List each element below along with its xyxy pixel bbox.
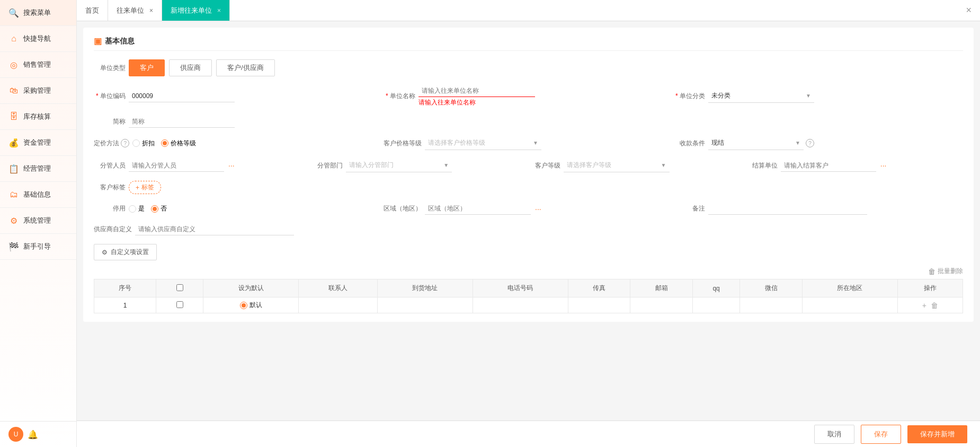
tab-new-contact[interactable]: 新增往来单位 × bbox=[162, 0, 230, 21]
manager-input[interactable] bbox=[129, 160, 224, 172]
supplier-custom-field: 供应商自定义 bbox=[94, 223, 963, 235]
cell-action: + 🗑 bbox=[897, 297, 963, 313]
unit-btn-both[interactable]: 客户/供应商 bbox=[216, 59, 275, 76]
region-more-btn[interactable]: ··· bbox=[533, 205, 544, 213]
unit-type-row: 单位类型 客户 供应商 客户/供应商 bbox=[94, 59, 963, 76]
unit-code-input[interactable] bbox=[129, 90, 235, 102]
customer-price-level-field: 客户价格等级 请选择客户价格等级 ▼ bbox=[384, 136, 673, 150]
col-checkbox bbox=[156, 279, 203, 297]
settlement-more-btn[interactable]: ··· bbox=[878, 161, 889, 170]
action-icons: + 🗑 bbox=[902, 301, 958, 310]
payment-terms-select[interactable]: 现结 ▼ bbox=[708, 136, 804, 150]
disabled-radio-group: 是 否 bbox=[129, 204, 167, 213]
notification-icon[interactable]: 🔔 bbox=[28, 430, 38, 440]
col-action: 操作 bbox=[897, 279, 963, 297]
customer-level-select[interactable]: 请选择客户等级 ▼ bbox=[564, 159, 670, 172]
price-level-chevron-icon: ▼ bbox=[533, 140, 538, 146]
discount-radio-circle bbox=[132, 139, 140, 147]
bulk-delete-label[interactable]: 批量删除 bbox=[938, 267, 963, 276]
customer-price-level-select[interactable]: 请选择客户价格等级 ▼ bbox=[425, 136, 541, 150]
col-contact: 联系人 bbox=[299, 279, 378, 297]
sidebar-item-search[interactable]: 🔍 搜索菜单 bbox=[0, 0, 76, 26]
tab-home[interactable]: 首页 bbox=[77, 0, 108, 21]
sidebar-item-basic[interactable]: 🗂 基础信息 bbox=[0, 182, 76, 208]
cell-region bbox=[802, 297, 897, 313]
cell-seq: 1 bbox=[94, 297, 156, 313]
row-checkbox[interactable] bbox=[176, 301, 183, 308]
customize-settings-button[interactable]: ⚙ 自定义项设置 bbox=[94, 244, 157, 260]
tab-contacts-close[interactable]: × bbox=[149, 7, 153, 14]
add-row-icon[interactable]: + bbox=[922, 301, 926, 310]
manager-more-btn[interactable]: ··· bbox=[226, 161, 237, 170]
col-wechat: 微信 bbox=[740, 279, 802, 297]
unit-btn-customer[interactable]: 客户 bbox=[129, 59, 165, 76]
section-title: ▣ 基本信息 bbox=[94, 36, 963, 51]
dept-chevron-icon: ▼ bbox=[443, 162, 449, 168]
settlement-unit-input[interactable] bbox=[781, 160, 876, 172]
department-field: 分管部门 请输入分管部门 ▼ bbox=[311, 159, 528, 172]
cancel-button[interactable]: 取消 bbox=[814, 425, 854, 444]
sidebar-item-business[interactable]: 📋 经营管理 bbox=[0, 156, 76, 182]
guide-icon: 🏁 bbox=[8, 241, 19, 252]
notes-input[interactable] bbox=[708, 203, 867, 215]
col-email: 邮箱 bbox=[630, 279, 692, 297]
add-tag-button[interactable]: + 标签 bbox=[129, 181, 161, 194]
supplier-custom-row: 供应商自定义 bbox=[94, 223, 963, 235]
save-button[interactable]: 保存 bbox=[861, 425, 901, 444]
department-select[interactable]: 请输入分管部门 ▼ bbox=[346, 159, 452, 172]
unit-category-field: 单位分类 未分类 ▼ bbox=[673, 89, 963, 103]
unit-name-error: 请输入往来单位名称 bbox=[418, 98, 535, 107]
col-fax: 传真 bbox=[568, 279, 630, 297]
sidebar-item-sales[interactable]: ◎ 销售管理 bbox=[0, 52, 76, 78]
disabled-radio-no[interactable]: 否 bbox=[151, 204, 167, 213]
payment-help-icon[interactable]: ? bbox=[806, 139, 814, 147]
payment-terms-field: 收款条件 现结 ▼ ? bbox=[673, 136, 963, 150]
disabled-label: 停用 bbox=[94, 204, 126, 213]
cell-checkbox bbox=[156, 297, 203, 313]
sidebar-item-purchase[interactable]: 🛍 采购管理 bbox=[0, 78, 76, 104]
tab-contacts[interactable]: 往来单位 × bbox=[108, 0, 162, 21]
form-panel: ▣ 基本信息 单位类型 客户 供应商 客户/供应商 单位编码 bbox=[83, 28, 974, 322]
unit-btn-supplier[interactable]: 供应商 bbox=[169, 59, 212, 76]
cell-fax bbox=[568, 297, 630, 313]
cell-wechat bbox=[740, 297, 802, 313]
table-row: 1 默认 bbox=[94, 297, 963, 313]
sales-icon: ◎ bbox=[8, 59, 19, 70]
chevron-down-icon: ▼ bbox=[806, 93, 811, 99]
customer-price-level-label: 客户价格等级 bbox=[384, 139, 422, 148]
save-new-button[interactable]: 保存并新增 bbox=[907, 425, 967, 443]
content-area: ▣ 基本信息 单位类型 客户 供应商 客户/供应商 单位编码 bbox=[77, 21, 980, 420]
cell-qq bbox=[692, 297, 740, 313]
sidebar-item-guide[interactable]: 🏁 新手引导 bbox=[0, 234, 76, 260]
sidebar-item-nav[interactable]: ⌂ 快捷导航 bbox=[0, 26, 76, 52]
sidebar-item-inventory[interactable]: 🗄 库存核算 bbox=[0, 104, 76, 130]
unit-type-field: 单位类型 客户 供应商 客户/供应商 bbox=[94, 59, 963, 76]
unit-name-input[interactable] bbox=[418, 85, 535, 97]
cell-phone bbox=[473, 297, 568, 313]
bulk-delete-icon: 🗑 bbox=[928, 267, 936, 276]
pricing-radio-level[interactable]: 价格等级 bbox=[161, 139, 196, 148]
contacts-table: 序号 设为默认 联系人 到货地址 电话号码 传真 邮箱 qq 微信 所在地区 bbox=[94, 279, 963, 313]
sidebar-item-finance[interactable]: 💰 资金管理 bbox=[0, 130, 76, 156]
delete-row-icon[interactable]: 🗑 bbox=[931, 301, 938, 310]
customer-level-field: 客户等级 请选择客户等级 ▼ bbox=[529, 159, 746, 172]
supplier-custom-label: 供应商自定义 bbox=[94, 225, 132, 234]
disabled-radio-yes[interactable]: 是 bbox=[129, 204, 145, 213]
tab-new-contact-close[interactable]: × bbox=[217, 7, 221, 14]
unit-category-select[interactable]: 未分类 ▼ bbox=[708, 89, 814, 103]
sidebar-item-system[interactable]: ⚙ 系统管理 bbox=[0, 208, 76, 234]
disabled-region-row: 停用 是 否 区 bbox=[94, 203, 963, 215]
supplier-custom-input[interactable] bbox=[135, 223, 294, 235]
pricing-help-icon[interactable]: ? bbox=[121, 139, 129, 147]
region-input[interactable] bbox=[425, 203, 531, 215]
bulk-delete-area: 🗑 批量删除 bbox=[94, 267, 963, 276]
select-all-checkbox[interactable] bbox=[176, 284, 183, 291]
notes-field: 备注 bbox=[673, 203, 963, 215]
short-name-input[interactable] bbox=[129, 116, 235, 128]
pricing-radio-discount[interactable]: 折扣 bbox=[132, 139, 155, 148]
pricing-method-label: 定价方法 ? bbox=[94, 139, 129, 148]
col-qq: qq bbox=[692, 279, 740, 297]
default-radio-item[interactable]: 默认 bbox=[208, 301, 294, 310]
settlement-unit-field: 结算单位 ··· bbox=[746, 160, 963, 172]
tab-bar-close[interactable]: × bbox=[957, 0, 980, 21]
